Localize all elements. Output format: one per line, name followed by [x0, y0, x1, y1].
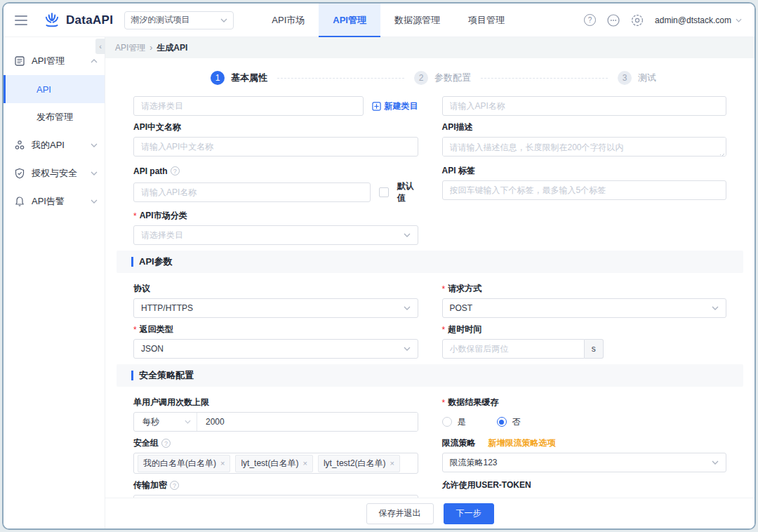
radio-icon — [442, 417, 452, 427]
encryption-label: 传输加密 — [133, 479, 167, 491]
tag-close-icon[interactable]: × — [390, 459, 394, 467]
security-group-label: 安全组 — [133, 437, 159, 449]
cache-radio-no[interactable]: 否 — [497, 416, 521, 428]
method-select[interactable]: POST — [442, 298, 727, 318]
api-desc-textarea[interactable] — [442, 137, 727, 157]
encryption-field: 传输加密 ? — [133, 479, 418, 498]
tab-api-manage[interactable]: API管理 — [319, 4, 380, 37]
gear-icon[interactable] — [631, 14, 644, 27]
sidebar-item-api-alert[interactable]: API告警 — [4, 187, 105, 215]
message-icon[interactable] — [607, 14, 620, 27]
chevron-down-icon — [712, 306, 719, 310]
rate-limit-value-input[interactable] — [197, 413, 418, 431]
rate-limit-label: 单用户调用次数上限 — [133, 397, 418, 408]
chevron-down-icon — [736, 18, 742, 22]
throttle-value: 限流策略123 — [450, 457, 498, 469]
chevron-down-icon — [220, 18, 227, 22]
required-mark: * — [442, 284, 446, 294]
return-type-select[interactable]: JSON — [133, 339, 418, 359]
breadcrumb-parent[interactable]: API管理 — [115, 42, 145, 54]
return-type-value: JSON — [141, 344, 164, 354]
logo-text: DataAPI — [66, 13, 113, 27]
security-group-tag-input[interactable]: 我的白名单(白名单) × lyt_test(白名单) × lyt_test2(白… — [133, 453, 418, 474]
return-type-label: 返回类型 — [140, 324, 173, 335]
radio-label: 是 — [458, 416, 466, 428]
tab-api-market[interactable]: API市场 — [258, 4, 319, 37]
api-path-input[interactable] — [133, 182, 371, 202]
step-basic-attributes: 1 基本属性 — [211, 71, 267, 85]
add-throttle-policy-link[interactable]: 新增限流策略选项 — [488, 437, 556, 449]
sidebar-item-auth-security[interactable]: 授权与安全 — [4, 159, 105, 187]
market-category-label: API市场分类 — [140, 210, 187, 222]
step-number: 3 — [618, 71, 632, 85]
api-cn-name-input[interactable] — [133, 137, 418, 157]
return-type-field: * 返回类型 JSON — [133, 324, 418, 359]
radio-label: 否 — [512, 416, 521, 428]
project-selector[interactable]: 潮汐的测试项目 — [124, 11, 234, 29]
sidebar-item-api[interactable]: API — [4, 75, 105, 103]
stepper: 1 基本属性 2 参数配置 3 测试 — [133, 65, 726, 85]
cache-radio-yes[interactable]: 是 — [442, 416, 466, 428]
help-circle-icon[interactable]: ? — [161, 439, 171, 448]
timeout-input[interactable] — [442, 339, 585, 359]
section-title: API参数 — [139, 255, 173, 268]
protocol-label: 协议 — [133, 283, 418, 295]
api-name-input[interactable] — [442, 96, 727, 116]
tag-label: lyt_test(白名单) — [241, 458, 298, 470]
new-category-link[interactable]: 新建类目 — [372, 100, 418, 112]
sidebar-item-publish-manage[interactable]: 发布管理 — [4, 103, 105, 131]
market-category-placeholder: 请选择类目 — [141, 230, 183, 241]
form-content: 1 基本属性 2 参数配置 3 测试 — [105, 58, 754, 498]
api-cn-name-field: API中文名称 — [133, 121, 418, 159]
chevron-down-icon — [712, 460, 719, 465]
sidebar-collapse-button[interactable]: ‹ — [95, 39, 105, 54]
next-step-button[interactable]: 下一步 — [444, 503, 494, 524]
step-label: 参数配置 — [434, 72, 471, 84]
shield-icon — [14, 168, 25, 179]
logo[interactable]: DataAPI — [43, 11, 113, 29]
chevron-down-icon — [404, 347, 411, 351]
project-selector-value: 潮汐的测试项目 — [131, 14, 190, 26]
api-path-label: API path — [133, 166, 168, 176]
user-menu[interactable]: admin@dtstack.com — [655, 15, 742, 25]
sidebar-item-my-api[interactable]: 我的API — [4, 131, 105, 159]
sidebar-item-api-manage[interactable]: API管理 — [4, 47, 105, 75]
help-circle-icon[interactable]: ? — [170, 481, 179, 490]
method-value: POST — [450, 303, 473, 313]
tab-datasource-manage[interactable]: 数据源管理 — [380, 4, 454, 37]
protocol-select[interactable]: HTTP/HTTPS — [133, 298, 418, 318]
timeout-unit: s — [585, 339, 603, 359]
section-security-policy: 安全策略配置 — [117, 364, 743, 387]
market-category-select[interactable]: 请选择类目 — [133, 225, 418, 245]
throttle-select[interactable]: 限流策略123 — [442, 453, 727, 472]
save-and-exit-button[interactable]: 保存并退出 — [366, 503, 434, 524]
protocol-field: 协议 HTTP/HTTPS — [133, 283, 418, 318]
app-window: DataAPI 潮汐的测试项目 API市场 API管理 数据源管理 项目管理 ?… — [2, 2, 756, 530]
timeout-label: 超时时间 — [448, 324, 481, 335]
fountain-logo-icon — [43, 11, 61, 29]
hamburger-menu-icon[interactable] — [15, 13, 27, 28]
tab-project-manage[interactable]: 项目管理 — [454, 4, 519, 37]
sidebar-item-label: API告警 — [32, 195, 65, 208]
tag-close-icon[interactable]: × — [302, 459, 307, 467]
category-select-input[interactable] — [133, 96, 364, 116]
throttle-label: 限流策略 — [442, 437, 476, 449]
step-number: 1 — [211, 71, 225, 85]
api-tags-input[interactable] — [442, 180, 727, 200]
main-nav: API市场 API管理 数据源管理 项目管理 — [258, 4, 519, 37]
tag-label: 我的白名单(白名单) — [143, 458, 216, 470]
step-label: 基本属性 — [231, 72, 267, 84]
api-tags-field: API 标签 — [442, 165, 727, 204]
cache-field: * 数据结果缓存 是 否 — [442, 397, 727, 432]
rate-limit-field: 单用户调用次数上限 每秒 — [133, 397, 418, 432]
api-cn-name-label: API中文名称 — [133, 121, 418, 133]
default-value-checkbox[interactable] — [379, 187, 389, 197]
sidebar-item-label: API管理 — [32, 55, 65, 67]
help-circle-icon[interactable]: ? — [171, 166, 180, 175]
breadcrumb-separator: › — [149, 43, 152, 53]
rate-limit-unit-select[interactable]: 每秒 — [134, 413, 197, 431]
help-icon[interactable]: ? — [584, 14, 596, 26]
tag-close-icon[interactable]: × — [220, 459, 225, 467]
step-test: 3 测试 — [618, 71, 656, 85]
api-desc-label: API描述 — [442, 121, 727, 133]
